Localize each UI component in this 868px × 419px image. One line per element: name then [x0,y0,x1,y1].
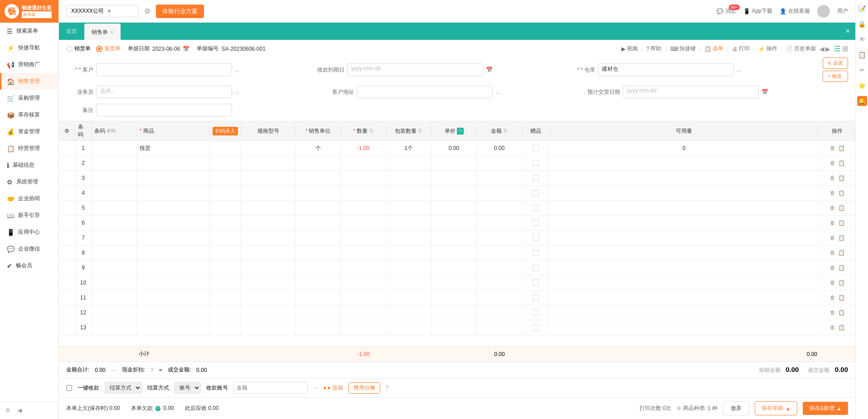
due-date-calendar-icon[interactable]: 📅 [486,67,493,73]
cell-unit[interactable] [296,275,341,290]
payment-amount-input[interactable] [233,382,308,394]
gift-checkbox[interactable] [533,294,539,301]
expected-delivery-input[interactable]: yyyy-mm-dd [623,86,759,98]
customer-address-more-btn[interactable]: ... [495,89,500,95]
cell-product[interactable] [137,275,209,290]
experience-button[interactable]: 体验行业方案 [156,5,204,18]
toolbar-video-btn[interactable]: ▶ 视频 [621,45,638,53]
nav-next-icon[interactable]: ▶ [825,45,830,53]
delete-icon[interactable]: 🗑 [830,205,835,211]
sidebar-item-member[interactable]: ✔ 畅会员 [0,257,58,274]
settings-button[interactable]: ⊕ 设置 [823,58,848,69]
delete-icon[interactable]: 🗑 [830,190,835,196]
gift-checkbox[interactable] [533,175,539,181]
cell-spec[interactable] [241,156,296,170]
right-panel-btn-7[interactable]: 🔔 [857,96,867,106]
expense-split-button[interactable]: 费用分摊 [349,382,380,394]
message-button[interactable]: 💬 消息 99+ [717,7,736,15]
cell-product[interactable] [137,290,209,305]
cell-amount[interactable] [477,260,522,275]
gift-checkbox[interactable] [533,205,539,211]
cell-price[interactable] [432,216,477,230]
right-panel-btn-2[interactable]: 🔒 [857,19,867,29]
cell-pack[interactable] [386,305,432,320]
gift-checkbox[interactable] [533,145,539,151]
customer-address-input[interactable] [357,86,493,98]
copy-icon[interactable]: 📋 [838,324,845,331]
cell-amount[interactable] [477,156,522,170]
cell-gift[interactable] [522,216,549,230]
cell-unit[interactable]: 个 [296,141,341,155]
company-selector[interactable]: XXXXXX公司 ▼ [66,5,139,17]
radio-circle-sales[interactable] [66,46,73,52]
cell-amount[interactable] [477,290,522,305]
cell-price[interactable] [432,290,477,305]
scan-button[interactable]: 扫码录入 [213,127,238,135]
cell-amount[interactable] [477,231,522,245]
settings-gear-icon[interactable]: ⚙ [144,7,150,15]
cell-qty[interactable] [341,186,386,200]
nav-prev-icon[interactable]: ◀ [820,45,824,53]
save-draft-button[interactable]: 保存草稿 ▲ [755,401,797,415]
cell-qty[interactable] [341,260,386,275]
toolbar-shortcut-btn[interactable]: ⌨ 快捷键 [670,45,696,53]
cell-gift[interactable] [522,305,549,320]
gift-checkbox[interactable] [533,235,539,241]
close-all-tabs-button[interactable]: × [840,27,855,35]
radio-sales-order[interactable]: 销货单 [66,45,91,53]
sidebar-item-sales[interactable]: 🏠 销售管理 [0,73,58,90]
cell-pack[interactable] [386,246,432,260]
cell-pack[interactable] [386,201,432,215]
sidebar-item-enterprise[interactable]: 🤝 企业协同 [0,190,58,207]
app-download-button[interactable]: 📱 App下载 [743,7,772,15]
salesperson-more-btn[interactable]: ... [235,89,239,95]
cell-gift[interactable] [522,275,549,290]
delete-icon[interactable]: 🗑 [830,309,835,316]
cell-qty[interactable]: -1.00 [341,141,386,155]
cell-price[interactable]: 0.00 [432,141,477,155]
cell-amount[interactable] [477,171,522,185]
cell-product[interactable] [137,305,209,320]
sidebar-settings-button[interactable]: ⚙ [4,405,12,415]
cell-price[interactable] [432,246,477,260]
cell-barcode[interactable] [92,305,137,320]
cell-price[interactable] [432,186,477,200]
cell-qty[interactable] [341,201,386,215]
sidebar-item-quick-nav[interactable]: ⚡ 快捷导航 [0,39,58,56]
salesperson-input[interactable]: 选择... [96,86,232,98]
cell-amount[interactable] [477,201,522,215]
copy-icon[interactable]: 📋 [838,190,845,196]
cell-price[interactable] [432,305,477,320]
cell-amount[interactable] [477,275,522,290]
right-panel-btn-4[interactable]: 📋 [857,50,867,60]
cell-price[interactable] [432,320,477,335]
cell-qty[interactable] [341,216,386,230]
cell-unit[interactable] [296,216,341,230]
right-panel-btn-3[interactable]: 👁 [857,34,867,44]
cell-product[interactable] [137,156,209,170]
delete-icon[interactable]: 🗑 [830,250,835,256]
sidebar-item-basics[interactable]: ℹ 基础信息 [0,157,58,173]
customer-more-btn[interactable]: ... [235,67,239,73]
col-header-gear[interactable]: ⚙ [59,126,75,136]
cell-spec[interactable] [241,186,296,200]
cell-pack[interactable] [386,260,432,275]
toolbar-history-btn[interactable]: 📄 历史单据 [786,45,816,53]
cell-barcode[interactable] [92,201,137,215]
copy-icon[interactable]: 📋 [838,309,845,316]
cell-qty[interactable] [341,231,386,245]
cell-spec[interactable] [241,216,296,230]
cell-product[interactable] [137,260,209,275]
sidebar-item-system[interactable]: ⚙ 系统管理 [0,173,58,190]
deduct-help-icon[interactable]: ? [155,406,160,411]
tab-home[interactable]: 首页 [59,23,84,40]
cell-price[interactable] [432,156,477,170]
cell-gift[interactable] [522,320,549,335]
right-panel-btn-5[interactable]: ✏ [857,65,867,75]
cell-spec[interactable] [241,260,296,275]
copy-icon[interactable]: 📋 [838,160,845,166]
cell-amount[interactable] [477,216,522,230]
sidebar-item-operations[interactable]: 📋 经营管理 [0,140,58,157]
grid-view-btn[interactable]: ⊞ [842,44,848,53]
cell-unit[interactable] [296,320,341,335]
